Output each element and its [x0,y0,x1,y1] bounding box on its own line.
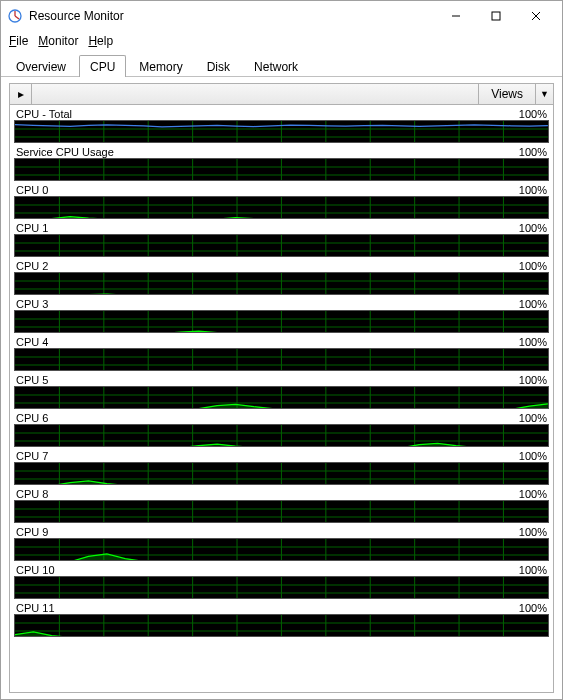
chart-canvas [14,310,549,333]
maximize-button[interactable] [476,1,516,31]
chart-title: CPU 3 [16,298,519,310]
panel-header: ▸ Views ▼ [9,83,554,105]
chart-canvas [14,196,549,219]
content-area: ▸ Views ▼ CPU - Total100%Service CPU Usa… [1,77,562,699]
menu-help[interactable]: Help [84,32,117,50]
chart-title: CPU 9 [16,526,519,538]
charts-container[interactable]: CPU - Total100%Service CPU Usage100%CPU … [9,105,554,693]
chart-block: CPU 6100% [14,411,549,447]
chart-max-label: 100% [519,222,547,234]
chart-max-label: 100% [519,450,547,462]
chart-title: CPU 4 [16,336,519,348]
chart-canvas [14,234,549,257]
titlebar: Resource Monitor [1,1,562,31]
chart-title: CPU 1 [16,222,519,234]
window-title: Resource Monitor [29,9,436,23]
chart-block: CPU 9100% [14,525,549,561]
chart-max-label: 100% [519,374,547,386]
chart-block: CPU 7100% [14,449,549,485]
chart-title: CPU 0 [16,184,519,196]
chart-canvas [14,158,549,181]
chart-title: CPU 2 [16,260,519,272]
chart-block: CPU 11100% [14,601,549,637]
chart-max-label: 100% [519,146,547,158]
chart-title: CPU 10 [16,564,519,576]
menu-monitor[interactable]: Monitor [34,32,82,50]
chevron-down-icon[interactable]: ▼ [535,84,553,104]
tab-network[interactable]: Network [243,55,309,77]
chart-block: Service CPU Usage100% [14,145,549,181]
close-button[interactable] [516,1,556,31]
chart-max-label: 100% [519,184,547,196]
views-button[interactable]: Views ▼ [478,84,553,104]
chart-max-label: 100% [519,488,547,500]
chart-max-label: 100% [519,336,547,348]
chart-canvas [14,462,549,485]
chart-max-label: 100% [519,260,547,272]
chart-canvas [14,424,549,447]
chart-title: CPU 8 [16,488,519,500]
chart-title: CPU 6 [16,412,519,424]
chart-block: CPU 10100% [14,563,549,599]
chart-title: CPU 11 [16,602,519,614]
minimize-button[interactable] [436,1,476,31]
collapse-button[interactable]: ▸ [10,84,32,104]
chart-title: CPU - Total [16,108,519,120]
tab-strip: Overview CPU Memory Disk Network [1,51,562,77]
chart-canvas [14,348,549,371]
chart-block: CPU 1100% [14,221,549,257]
chart-block: CPU 4100% [14,335,549,371]
chart-canvas [14,614,549,637]
chart-canvas [14,538,549,561]
chart-canvas [14,386,549,409]
chart-title: CPU 7 [16,450,519,462]
chart-title: CPU 5 [16,374,519,386]
chart-block: CPU 5100% [14,373,549,409]
chart-max-label: 100% [519,526,547,538]
tab-memory[interactable]: Memory [128,55,193,77]
tab-overview[interactable]: Overview [5,55,77,77]
chart-canvas [14,500,549,523]
chart-block: CPU - Total100% [14,107,549,143]
chart-max-label: 100% [519,412,547,424]
chart-canvas [14,272,549,295]
chart-block: CPU 2100% [14,259,549,295]
svg-rect-2 [492,12,500,20]
chart-title: Service CPU Usage [16,146,519,158]
views-label: Views [479,87,535,101]
chart-max-label: 100% [519,298,547,310]
chart-block: CPU 8100% [14,487,549,523]
chart-canvas [14,576,549,599]
chart-block: CPU 0100% [14,183,549,219]
menubar: File Monitor Help [1,31,562,51]
chart-max-label: 100% [519,602,547,614]
chart-block: CPU 3100% [14,297,549,333]
chart-max-label: 100% [519,564,547,576]
menu-file[interactable]: File [5,32,32,50]
chart-max-label: 100% [519,108,547,120]
tab-disk[interactable]: Disk [196,55,241,77]
chart-canvas [14,120,549,143]
tab-cpu[interactable]: CPU [79,55,126,77]
app-icon [7,8,23,24]
